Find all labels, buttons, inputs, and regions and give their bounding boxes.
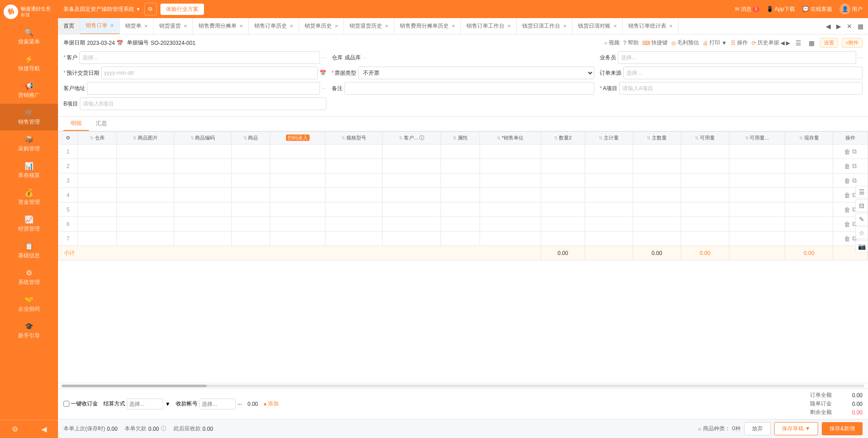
cell-product[interactable] [231,231,270,246]
setting-btn[interactable]: 设置 [820,38,838,48]
cell-warehouse[interactable] [78,159,116,173]
user-avatar-btn[interactable]: 👤 用户 [839,4,863,14]
sidebar-item-inventory[interactable]: 📊 库存核算 [0,157,58,184]
tab-close-icon[interactable]: ✕ [613,24,617,29]
delete-row-btn[interactable]: 🗑 [844,235,850,242]
tab-fee-history[interactable]: 销售费用分摊单历史 ✕ [394,18,461,34]
copy-row-btn[interactable]: ⧉ [852,177,857,184]
delete-row-btn[interactable]: 🗑 [844,221,850,228]
tab-close-icon[interactable]: ✕ [669,24,673,29]
delete-row-btn[interactable]: 🗑 [844,206,850,213]
tab-close-all-btn[interactable]: ✕ [845,22,854,31]
cell-warehouse[interactable] [78,217,116,231]
hist-next-icon[interactable]: ▶ [786,40,790,46]
float-camera-btn[interactable]: 📷 [855,240,868,253]
one-click-checkbox[interactable] [63,401,69,407]
cell-qty2[interactable] [541,173,585,188]
cell-unit[interactable] [480,144,541,159]
sidebar-item-guide[interactable]: 🎓 新手引导 [0,318,58,344]
cell-warehouse[interactable] [78,188,116,202]
cell-avail[interactable] [681,217,729,231]
tab-close-icon[interactable]: ✕ [144,24,148,29]
cell-scan[interactable] [270,217,325,231]
help-btn[interactable]: ? 帮助 [623,39,639,47]
cell-scan[interactable] [270,159,325,173]
form-compact-toggle[interactable]: ▦ [807,39,816,48]
cell-image[interactable] [116,231,174,246]
cell-unit[interactable] [480,231,541,246]
tab-close-icon[interactable]: ✕ [451,24,455,29]
sidebar-item-basic[interactable]: 📋 基础信息 [0,237,58,264]
cell-unit[interactable] [480,159,541,173]
cell-attr[interactable] [441,217,480,231]
cell-spec[interactable] [325,231,383,246]
customer-dots-icon[interactable]: ··· [322,54,326,61]
hist-prev-icon[interactable]: ◀ [781,40,785,46]
cell-main-unit[interactable] [585,217,633,231]
tab-close-icon[interactable]: ✕ [184,24,187,29]
tab-sales-out[interactable]: 销货单 ✕ [120,18,154,34]
delivery-calendar-icon[interactable]: 📅 [320,70,326,76]
cell-avail[interactable] [681,159,729,173]
cell-avail2[interactable] [729,217,785,231]
cell-warehouse[interactable] [78,173,116,188]
draft-btn[interactable]: 保存草稿 ▼ [774,422,818,435]
cell-current[interactable] [785,173,833,188]
cell-main-qty[interactable] [633,202,681,217]
customer-input[interactable] [79,51,320,64]
cell-product[interactable] [231,188,270,202]
cell-spec[interactable] [325,202,383,217]
cell-warehouse[interactable] [78,202,116,217]
delivery-input[interactable] [101,67,318,79]
col-attr[interactable]: 属性 [441,132,480,144]
cell-current[interactable] [785,159,833,173]
col-code[interactable]: 商品编码 [174,132,232,144]
order-source-input[interactable] [623,67,863,79]
sidebar-item-marketing[interactable]: 📢 营销推广 [0,77,58,104]
discard-btn[interactable]: 放弃 [744,422,771,435]
remark-input[interactable] [344,82,595,95]
cell-main-qty[interactable] [633,173,681,188]
cell-customer-code[interactable] [383,202,441,217]
cell-scan[interactable] [270,202,325,217]
sidebar-item-operations[interactable]: 📈 经营管理 [0,211,58,237]
view-btn[interactable]: ○ 视频 [604,39,620,47]
cell-avail2[interactable] [729,188,785,202]
delete-row-btn[interactable]: 🗑 [844,192,850,199]
cell-code[interactable] [174,159,232,173]
tab-fee-split[interactable]: 销售费用分摊单 ✕ [193,18,249,34]
col-warehouse[interactable]: 仓库 [78,132,116,144]
cell-customer-code[interactable] [383,188,441,202]
col-unit[interactable]: *销售单位 [480,132,541,144]
history-btn[interactable]: ⟳ 历史单据 ◀ ▶ [752,39,790,47]
tab-return-history[interactable]: 销货退货历史 ✕ [344,18,394,34]
cell-avail2[interactable] [729,231,785,246]
tab-close-icon[interactable]: ✕ [335,24,338,29]
float-grid-btn[interactable]: ☰ [855,186,868,198]
cell-warehouse[interactable] [78,144,116,159]
cell-avail[interactable] [681,231,729,246]
cell-attr[interactable] [441,144,480,159]
cell-code[interactable] [174,231,232,246]
scroll-thumb[interactable] [62,385,207,387]
detail-tab-detail[interactable]: 明细 [63,117,89,131]
cell-unit[interactable] [480,188,541,202]
sidebar-item-search[interactable]: 🔍 搜索菜单 [0,24,58,50]
cell-scan[interactable] [270,231,325,246]
cell-customer-code[interactable] [383,231,441,246]
tab-next-btn[interactable]: ▶ [834,22,843,31]
delete-row-btn[interactable]: 🗑 [844,148,850,155]
col-current[interactable]: 现存量 [785,132,833,144]
cell-qty2[interactable] [541,144,585,159]
cell-image[interactable] [116,144,174,159]
tab-sales-order[interactable]: 销售订单 ✕ [80,18,120,34]
cell-code[interactable] [174,217,232,231]
cell-image[interactable] [116,173,174,188]
tab-daily-recon[interactable]: 钱货日清对账 ✕ [572,18,623,34]
cell-code[interactable] [174,188,232,202]
payment-method-input[interactable] [127,399,163,409]
col-avail[interactable]: 可用量 [681,132,729,144]
cell-image[interactable] [116,188,174,202]
cell-main-unit[interactable] [585,173,633,188]
cell-unit[interactable] [480,217,541,231]
